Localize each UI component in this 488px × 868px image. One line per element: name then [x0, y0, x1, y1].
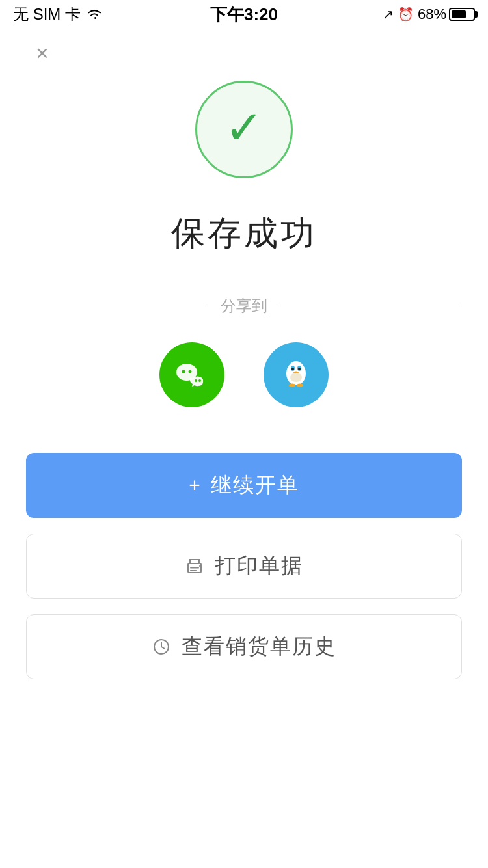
- svg-point-1: [182, 370, 185, 373]
- status-time: 下午3:20: [210, 3, 278, 26]
- svg-point-3: [195, 379, 197, 382]
- qq-share-button[interactable]: [264, 342, 329, 407]
- share-divider: 分享到: [26, 295, 462, 316]
- status-carrier: 无 SIM 卡: [13, 4, 103, 25]
- plus-icon: +: [189, 474, 200, 496]
- carrier-text: 无 SIM 卡: [13, 4, 81, 25]
- actions-section: + 继续开单 打印单据 查看销货单历史: [0, 453, 488, 679]
- divider-right: [280, 306, 462, 306]
- print-receipt-button[interactable]: 打印单据: [26, 534, 462, 599]
- status-bar: 无 SIM 卡 下午3:20 ↗ ⏰ 68%: [0, 0, 488, 29]
- status-right: ↗ ⏰ 68%: [383, 6, 475, 23]
- svg-point-10: [298, 368, 301, 370]
- print-receipt-label: 打印单据: [215, 552, 303, 580]
- qq-icon: [277, 355, 316, 394]
- svg-rect-18: [199, 565, 200, 567]
- svg-point-14: [297, 384, 303, 387]
- location-icon: ↗: [383, 7, 394, 22]
- svg-point-13: [289, 384, 295, 387]
- close-icon: ×: [36, 42, 49, 64]
- continue-order-button[interactable]: + 继续开单: [26, 453, 462, 518]
- success-circle: ✓: [195, 81, 293, 178]
- checkmark-icon: ✓: [224, 104, 264, 151]
- view-history-button[interactable]: 查看销货单历史: [26, 614, 462, 679]
- clock-icon: [152, 637, 171, 657]
- view-history-label: 查看销货单历史: [182, 632, 336, 661]
- wifi-icon: [86, 8, 103, 21]
- svg-point-2: [189, 370, 192, 373]
- share-icons-row: [26, 342, 462, 407]
- continue-order-label: 继续开单: [211, 471, 299, 500]
- svg-line-21: [161, 647, 165, 649]
- battery-text: 68%: [418, 6, 446, 23]
- wechat-icon: [172, 355, 211, 394]
- share-section: 分享到: [0, 295, 488, 407]
- svg-rect-16: [190, 567, 199, 569]
- svg-point-12: [290, 373, 302, 382]
- success-area: ✓ 保存成功: [0, 81, 488, 256]
- svg-point-9: [291, 368, 294, 370]
- printer-icon: [185, 556, 204, 576]
- share-label: 分享到: [221, 295, 267, 316]
- battery-indicator: 68%: [418, 6, 475, 23]
- close-button[interactable]: ×: [26, 36, 59, 69]
- wechat-share-button[interactable]: [159, 342, 224, 407]
- divider-left: [26, 306, 208, 306]
- battery-fill: [452, 10, 466, 18]
- success-title: 保存成功: [171, 211, 317, 256]
- svg-point-4: [198, 379, 201, 382]
- alarm-icon: ⏰: [398, 7, 414, 22]
- battery-shape: [449, 8, 475, 21]
- svg-rect-17: [190, 570, 197, 571]
